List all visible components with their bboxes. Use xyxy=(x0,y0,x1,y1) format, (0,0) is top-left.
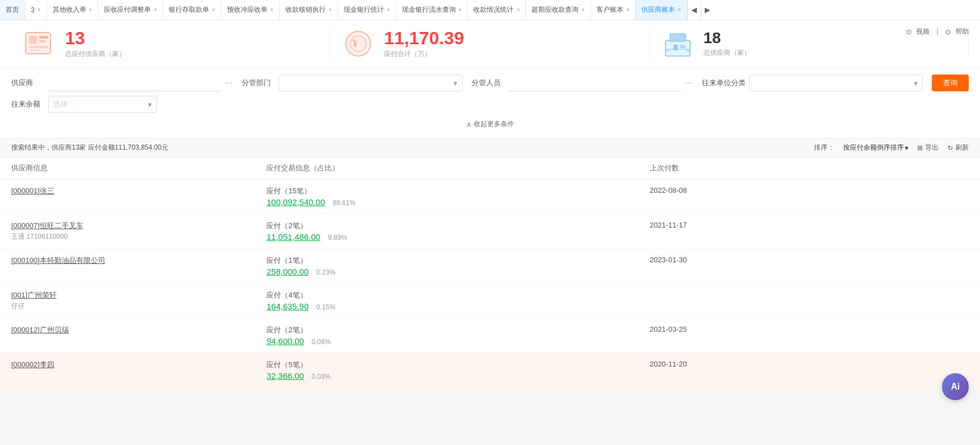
filter-area: 供应商 ··· 分管部门 ▾ 分管人员 ··· 往来单位分类 ▾ 查询 xyxy=(0,68,980,138)
svg-rect-1 xyxy=(29,36,37,44)
svg-text:¥: ¥ xyxy=(353,38,358,49)
top-nav: 首页 3 × 其他收入单 × 应收应付调整单 × 银行存取款单 × 预收冲应收单… xyxy=(0,0,980,20)
close-icon[interactable]: × xyxy=(581,7,585,13)
video-link[interactable]: 视频 xyxy=(916,27,930,36)
collapse-button[interactable]: ∧ 收起更多条件 xyxy=(11,117,969,131)
chevron-down-icon: ▾ xyxy=(914,79,918,87)
balance-dropdown[interactable]: 选择... ▾ xyxy=(48,96,157,113)
transaction-amount[interactable]: 94,600.00 xyxy=(266,336,304,346)
transaction-amount[interactable]: 11,051,486.00 xyxy=(266,232,320,242)
svg-rect-10 xyxy=(670,34,686,41)
supplier-link[interactable]: [000001]张三 xyxy=(11,187,54,195)
nav-tab-supplier-account[interactable]: 供应商账本 × xyxy=(636,0,687,20)
transaction-percent: 0.03% xyxy=(312,373,331,381)
transaction-title: 应付（15笔） xyxy=(266,186,649,196)
category-dropdown[interactable]: ▾ xyxy=(749,75,923,91)
export-button[interactable]: ⊞ 导出 xyxy=(917,143,939,152)
person-ellipsis[interactable]: ··· xyxy=(685,78,692,88)
transaction-percent: 89.61% xyxy=(332,199,355,207)
nav-tab-payment-stat[interactable]: 收款情况统计 × xyxy=(468,0,526,20)
transaction-percent: 0.23% xyxy=(316,268,335,276)
supplier-sub: 王通 17106110000 xyxy=(11,232,266,242)
close-icon[interactable]: × xyxy=(89,7,93,13)
supplier-info: [000100]本特勤油品有限公司 xyxy=(11,256,266,266)
last-payment-date: 2020-11-20 xyxy=(650,360,842,368)
nav-tab-other-income[interactable]: 其他收入单 × xyxy=(47,0,99,20)
help-link[interactable]: 帮助 xyxy=(955,27,969,36)
close-icon[interactable]: × xyxy=(270,7,274,13)
nav-tab-home[interactable]: 首页 xyxy=(0,0,25,20)
nav-tab-overdue[interactable]: 超期应收款查询 × xyxy=(526,0,591,20)
table-row[interactable]: [000100]本特勤油品有限公司 应付（1笔） 258,000.00 0.23… xyxy=(0,249,980,284)
table-row[interactable]: [000007]恒旺二手叉车 王通 17106110000 应付（2笔） 11,… xyxy=(0,214,980,249)
stat-total-payable-amount: ¥ 11,170.39 应付合计（万） xyxy=(330,27,649,61)
transaction-info: 应付（15笔） 100,092,540.00 89.61% xyxy=(266,186,649,207)
nav-tab-cash-flow[interactable]: 现金银行流水查询 × xyxy=(396,0,468,20)
table-row[interactable]: [000012]广州贝瑞 应付（2笔） 94,600.00 0.08% 2021… xyxy=(0,318,980,353)
transaction-title: 应付（2笔） xyxy=(266,221,649,231)
nav-tab-customer-account[interactable]: 客户账本 × xyxy=(591,0,636,20)
transaction-amount[interactable]: 32,366.00 xyxy=(266,371,304,381)
filter-row-1: 供应商 ··· 分管部门 ▾ 分管人员 ··· 往来单位分类 ▾ 查询 xyxy=(11,75,969,91)
supplier-link[interactable]: [000007]恒旺二手叉车 xyxy=(11,221,84,230)
nav-tab-collection[interactable]: 收款核销执行 × xyxy=(280,0,338,20)
filter-row-2: 往来余额 选择... ▾ xyxy=(11,96,157,113)
supplier-info: [000001]张三 xyxy=(11,186,266,196)
svg-rect-15 xyxy=(686,49,690,52)
last-payment-date: 2023-01-30 xyxy=(650,256,842,264)
filter-person: 分管人员 ··· xyxy=(471,75,693,91)
close-icon[interactable]: × xyxy=(329,7,332,13)
transaction-info: 应付（5笔） 32,366.00 0.03% xyxy=(266,360,649,381)
nav-tab-prepaid[interactable]: 预收冲应收单 × xyxy=(221,0,280,20)
table-row[interactable]: [000001]张三 应付（15笔） 100,092,540.00 89.61%… xyxy=(0,179,980,214)
svg-rect-12 xyxy=(680,45,686,48)
close-icon[interactable]: × xyxy=(154,7,157,13)
play-icon: ⊙ xyxy=(906,28,912,36)
table-row[interactable]: [000002]李四 应付（5笔） 32,366.00 0.03% 2020-1… xyxy=(0,353,980,388)
nav-next-arrow[interactable]: ▶ xyxy=(701,0,714,20)
transaction-amount[interactable]: 100,092,540.00 xyxy=(266,197,325,207)
transaction-amount[interactable]: 164,635.90 xyxy=(266,302,308,311)
result-bar: 搜索结果中，供应商13家 应付金额111,703,854.00元 排序： 按应付… xyxy=(0,138,980,157)
close-icon[interactable]: × xyxy=(516,7,520,13)
svg-rect-3 xyxy=(39,40,46,43)
refresh-button[interactable]: ↻ 刷新 xyxy=(947,143,969,152)
col-header-transaction: 应付交易信息（占比） xyxy=(266,163,649,173)
close-icon[interactable]: × xyxy=(387,7,390,13)
help-icon: ⊙ xyxy=(945,28,951,36)
search-button[interactable]: 查询 xyxy=(932,75,969,91)
supplier-input[interactable] xyxy=(48,75,221,91)
supplier-link[interactable]: [000002]李四 xyxy=(11,360,54,369)
supplier-info: [000002]李四 xyxy=(11,360,266,370)
transaction-info: 应付（4笔） 164,635.90 0.15% xyxy=(266,290,649,311)
table-row[interactable]: [001]广州荣轩 仔仔 应付（4笔） 164,635.90 0.15% xyxy=(0,284,980,318)
filter-dept: 分管部门 ▾ xyxy=(242,75,463,91)
supplier-link[interactable]: [000100]本特勤油品有限公司 xyxy=(11,256,105,265)
nav-tab-cash-stat[interactable]: 现金银行统计 × xyxy=(338,0,396,20)
close-icon[interactable]: × xyxy=(459,7,462,13)
svg-rect-14 xyxy=(665,49,669,52)
nav-tab-3[interactable]: 3 × xyxy=(25,0,47,20)
dept-dropdown[interactable]: ▾ xyxy=(279,75,463,91)
close-icon[interactable]: × xyxy=(38,7,41,13)
close-icon[interactable]: × xyxy=(626,7,630,13)
close-icon[interactable]: × xyxy=(678,7,681,13)
close-icon[interactable]: × xyxy=(212,7,215,13)
supplier-info: [000012]广州贝瑞 xyxy=(11,325,266,335)
total-suppliers-icon xyxy=(661,27,695,61)
payable-amount-icon: ¥ xyxy=(341,27,375,61)
nav-tab-adjustment[interactable]: 应收应付调整单 × xyxy=(98,0,163,20)
stat-total-payable-suppliers: 13 总应付供应商（家） xyxy=(11,27,330,61)
transaction-amount[interactable]: 258,000.00 xyxy=(266,267,308,276)
sort-select[interactable]: 按应付余额倒序排序 ▾ xyxy=(843,143,908,152)
supplier-link[interactable]: [001]广州荣轩 xyxy=(11,291,57,299)
svg-rect-2 xyxy=(39,36,48,39)
nav-prev-arrow[interactable]: ◀ xyxy=(687,0,701,20)
top-right-links: ⊙ 视频 ｜ ⊙ 帮助 xyxy=(906,27,969,36)
supplier-ellipsis[interactable]: ··· xyxy=(225,78,232,88)
nav-tab-bank[interactable]: 银行存取款单 × xyxy=(163,0,221,20)
person-input[interactable] xyxy=(509,75,682,91)
svg-rect-4 xyxy=(29,46,48,48)
supplier-link[interactable]: [000012]广州贝瑞 xyxy=(11,326,69,334)
last-payment-date: 2021-03-25 xyxy=(650,325,842,333)
